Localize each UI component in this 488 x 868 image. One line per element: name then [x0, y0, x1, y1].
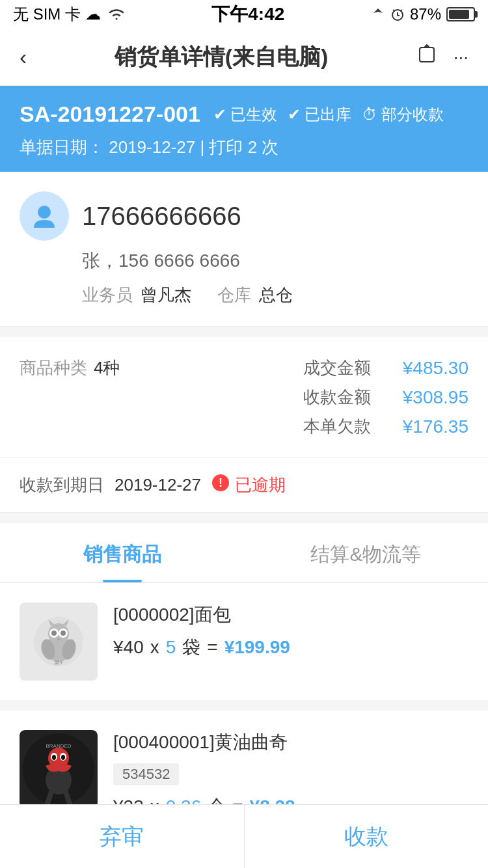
clock-icon: ⏱	[362, 105, 377, 124]
battery-icon	[446, 7, 475, 21]
tab-products[interactable]: 销售商品	[0, 523, 244, 582]
equals-sign: =	[207, 637, 217, 658]
debt-row: 本单欠款 ¥176.35	[303, 415, 468, 438]
sales-label: 业务员	[82, 284, 133, 306]
badge-partial: ⏱ 部分收款	[362, 104, 444, 125]
header-banner: SA-20191227-001 ✔ 已生效 ✔ 已出库 ⏱ 部分收款 单据日期：…	[0, 86, 488, 172]
svg-point-6	[38, 206, 51, 219]
product-thumbnail-2: BRANDED	[20, 730, 98, 808]
cancel-button[interactable]: 弃审	[0, 805, 245, 868]
receipt-row: 收款金额 ¥308.95	[303, 386, 468, 409]
qty-value: 5	[166, 637, 176, 658]
amount-row: 成交金额 ¥485.30	[303, 357, 468, 379]
receipt-label: 收款金额	[303, 386, 371, 409]
banner-row-top: SA-20191227-001 ✔ 已生效 ✔ 已出库 ⏱ 部分收款	[20, 102, 468, 127]
total-price: ¥199.99	[224, 637, 290, 658]
date-label: 单据日期：	[20, 137, 104, 157]
kinds-label: 商品种类	[20, 357, 87, 379]
kinds-value: 4种	[94, 357, 120, 379]
product-name-2: [000400001]黄油曲奇	[113, 730, 468, 755]
print-info: | 打印 2 次	[200, 137, 278, 157]
status-right: 87%	[371, 5, 475, 23]
summary-grid: 商品种类 4种 成交金额 ¥485.30 收款金额 ¥308.95 本单欠款 ¥…	[20, 357, 468, 438]
summary-section: 商品种类 4种 成交金额 ¥485.30 收款金额 ¥308.95 本单欠款 ¥…	[0, 337, 488, 458]
nav-bar: ‹ 销货单详情(来自电脑) ···	[0, 29, 488, 86]
status-bar: 无 SIM 卡 ☁ 下午4:42 87%	[0, 0, 488, 29]
svg-text:果+: 果+	[54, 660, 63, 666]
amount-label: 成交金额	[303, 357, 371, 379]
badge-effective: ✔ 已生效	[213, 104, 277, 125]
amount-value: ¥485.30	[384, 358, 468, 379]
base-price: ¥40	[113, 637, 144, 658]
kinds-row: 商品种类 4种	[20, 357, 120, 379]
status-time: 下午4:42	[211, 2, 284, 27]
products-list: 果+ [0000002]面包 ¥40 x 5 袋 = ¥199.99	[0, 583, 488, 839]
product-tag: 534532	[113, 763, 179, 785]
status-left: 无 SIM 卡 ☁	[13, 4, 126, 25]
due-date-section: 收款到期日 2019-12-27 ! 已逾期	[0, 458, 488, 513]
battery-percent: 87%	[410, 5, 441, 23]
svg-text:BRANDED: BRANDED	[46, 743, 71, 749]
overdue-badge: ! 已逾期	[211, 474, 286, 496]
divider-2	[0, 513, 488, 523]
svg-text:!: !	[219, 476, 223, 489]
svg-point-17	[61, 631, 66, 636]
svg-rect-5	[420, 47, 434, 62]
product-details: [0000002]面包 ¥40 x 5 袋 = ¥199.99	[113, 603, 468, 660]
unit-label: 袋	[182, 635, 200, 660]
customer-sub-info: 张，156 6666 6666	[82, 249, 468, 273]
summary-kinds-block: 商品种类 4种	[20, 357, 120, 379]
customer-meta: 业务员 曾凡杰 仓库 总仓	[82, 284, 468, 306]
warehouse-name: 总仓	[259, 284, 293, 306]
summary-amounts: 成交金额 ¥485.30 收款金额 ¥308.95 本单欠款 ¥176.35	[303, 357, 468, 438]
customer-info-block: 张，156 6666 6666 业务员 曾凡杰 仓库 总仓	[20, 249, 468, 306]
due-label: 收款到期日	[20, 474, 104, 496]
product-thumbnail: 果+	[20, 603, 98, 681]
divider-1	[0, 327, 488, 337]
wifi-icon	[107, 7, 126, 21]
customer-phone: 17666666666	[82, 202, 241, 231]
svg-point-16	[51, 631, 57, 636]
svg-line-29	[47, 792, 51, 804]
back-button[interactable]: ‹	[20, 44, 27, 70]
badge-shipped: ✔ 已出库	[288, 104, 351, 125]
warehouse-label: 仓库	[217, 284, 251, 306]
bottom-bar: 弃审 收款	[0, 804, 488, 868]
debt-label: 本单欠款	[303, 415, 371, 438]
svg-line-30	[66, 792, 70, 804]
due-date-value: 2019-12-27	[115, 475, 201, 495]
banner-badges: ✔ 已生效 ✔ 已出库 ⏱ 部分收款	[213, 104, 444, 125]
multiply-sign: x	[150, 637, 159, 658]
price-row: ¥40 x 5 袋 = ¥199.99	[113, 635, 468, 660]
tabs-container: 销售商品 结算&物流等	[0, 523, 488, 583]
sales-name: 曾凡杰	[141, 284, 191, 306]
tab-settlement[interactable]: 结算&物流等	[244, 523, 488, 582]
page-title: 销货单详情(来自电脑)	[115, 42, 329, 72]
location-icon	[371, 7, 385, 21]
nav-actions: ···	[416, 44, 468, 70]
receipt-value: ¥308.95	[384, 387, 468, 408]
order-date: 2019-12-27	[109, 137, 195, 157]
signal-text: 无 SIM 卡 ☁	[13, 4, 101, 25]
share-button[interactable]	[416, 44, 438, 70]
check-icon: ✔	[213, 105, 226, 124]
avatar	[20, 191, 69, 241]
banner-date-row: 单据日期： 2019-12-27 | 打印 2 次	[20, 136, 468, 159]
svg-point-27	[52, 755, 56, 760]
svg-point-28	[61, 755, 65, 760]
product-name: [0000002]面包	[113, 603, 468, 627]
overdue-text: 已逾期	[235, 474, 286, 496]
sales-info: 业务员 曾凡杰	[82, 284, 191, 306]
customer-main-row: 17666666666	[20, 191, 468, 241]
collect-button[interactable]: 收款	[245, 805, 489, 868]
more-button[interactable]: ···	[454, 47, 468, 68]
customer-section: 17666666666 张，156 6666 6666 业务员 曾凡杰 仓库 总…	[0, 172, 488, 327]
warehouse-info: 仓库 总仓	[217, 284, 293, 306]
list-item: 果+ [0000002]面包 ¥40 x 5 袋 = ¥199.99	[0, 583, 488, 700]
order-id: SA-20191227-001	[20, 102, 200, 127]
alarm-icon	[390, 7, 405, 21]
overdue-icon: !	[211, 474, 230, 496]
check2-icon: ✔	[288, 105, 301, 124]
debt-value: ¥176.35	[384, 416, 468, 437]
